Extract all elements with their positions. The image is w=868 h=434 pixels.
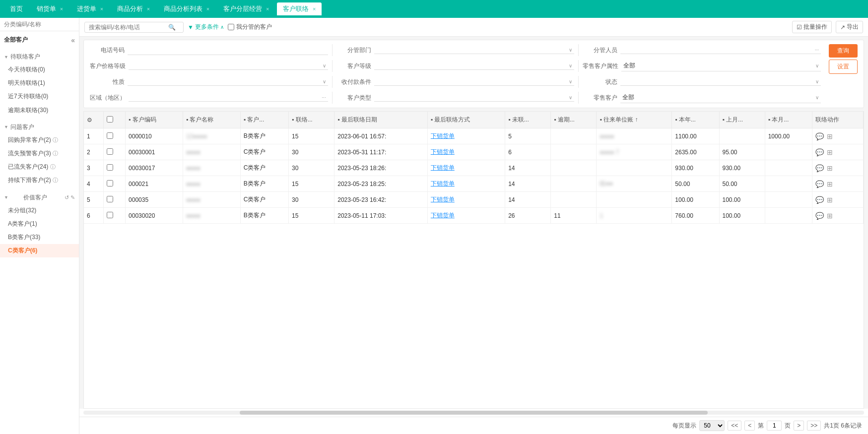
filter-price-grade-select[interactable]: ∨ bbox=[129, 62, 328, 70]
scroll-thumb[interactable] bbox=[240, 411, 708, 415]
search-input[interactable] bbox=[89, 24, 168, 31]
grid-icon[interactable]: ⊞ bbox=[827, 132, 833, 140]
my-customers-checkbox[interactable]: 我分管的客户 bbox=[228, 23, 272, 31]
cell-last-contact-method[interactable]: 下销货单 bbox=[427, 160, 505, 176]
group-problem-label[interactable]: 问题客户 bbox=[0, 121, 79, 133]
nav-product-analysis[interactable]: 商品分析 × bbox=[111, 2, 156, 15]
cell-checkbox[interactable] bbox=[104, 128, 126, 144]
cell-last-contact-method[interactable]: 下销货单 bbox=[427, 144, 505, 160]
grid-icon[interactable]: ⊞ bbox=[827, 148, 833, 156]
group-value-label[interactable]: 价值客户 ↺ ✎ bbox=[0, 191, 79, 204]
filter-status-select[interactable]: ∨ bbox=[620, 78, 821, 86]
col-last-month[interactable]: ▪ 上月... bbox=[719, 112, 765, 128]
filter-retail-customer-select[interactable]: 全部 ∨ bbox=[620, 92, 821, 103]
chat-icon[interactable]: 💬 bbox=[815, 212, 824, 220]
nav-sales-close[interactable]: × bbox=[60, 6, 63, 12]
sidebar-item-class-c[interactable]: C类客户(6) bbox=[0, 244, 79, 257]
cell-checkbox[interactable] bbox=[104, 208, 126, 224]
nav-customer-strat[interactable]: 客户分层经营 × bbox=[217, 2, 275, 15]
first-page-btn[interactable]: << bbox=[728, 421, 741, 431]
filter-phone-input[interactable] bbox=[128, 46, 328, 55]
grid-icon[interactable]: ⊞ bbox=[827, 164, 833, 172]
row-checkbox[interactable] bbox=[107, 164, 113, 171]
nav-purchase-close[interactable]: × bbox=[100, 6, 103, 12]
sidebar-item-class-a[interactable]: A类客户(1) bbox=[0, 217, 79, 231]
sidebar-item-decline[interactable]: 持续下滑客户(2) ⓘ bbox=[0, 174, 79, 187]
nav-product-list-close[interactable]: × bbox=[206, 6, 209, 12]
cell-checkbox[interactable] bbox=[104, 176, 126, 192]
chat-icon[interactable]: 💬 bbox=[815, 148, 824, 156]
chat-icon[interactable]: 💬 bbox=[815, 196, 824, 204]
col-last-contact-method[interactable]: ▪ 最后联络方式 bbox=[427, 112, 505, 128]
sidebar-item-repurchase-abnormal[interactable]: 回购异常客户(2) ⓘ bbox=[0, 133, 79, 147]
contact-method-link[interactable]: 下销货单 bbox=[431, 164, 455, 171]
prev-page-btn[interactable]: < bbox=[744, 421, 755, 431]
contact-method-link[interactable]: 下销货单 bbox=[431, 196, 455, 203]
filter-manager-select[interactable]: ··· bbox=[620, 46, 821, 54]
per-page-select[interactable]: 50 100 200 bbox=[699, 420, 725, 431]
cell-checkbox[interactable] bbox=[104, 144, 126, 160]
search-icon[interactable]: 🔍 bbox=[168, 24, 176, 31]
page-number-input[interactable] bbox=[767, 421, 782, 431]
settings-button[interactable]: 设置 bbox=[829, 60, 858, 74]
contact-method-link[interactable]: 下销货单 bbox=[431, 180, 455, 187]
contact-method-link[interactable]: 下销货单 bbox=[431, 212, 455, 219]
contact-method-link[interactable]: 下销货单 bbox=[431, 132, 455, 139]
row-checkbox[interactable] bbox=[107, 132, 113, 139]
grid-icon[interactable]: ⊞ bbox=[827, 196, 833, 204]
sidebar-item-class-b[interactable]: B类客户(33) bbox=[0, 231, 79, 244]
row-checkbox[interactable] bbox=[107, 212, 113, 218]
contact-method-link[interactable]: 下销货单 bbox=[431, 148, 455, 155]
filter-nature-select[interactable]: ∨ bbox=[128, 78, 328, 86]
batch-operations-btn[interactable]: ☑ 批量操作 bbox=[792, 21, 832, 33]
row-checkbox[interactable] bbox=[107, 196, 113, 202]
sidebar-item-overdue[interactable]: 逾期未联络(30) bbox=[0, 104, 79, 117]
cell-checkbox[interactable] bbox=[104, 192, 126, 208]
col-type[interactable]: ▪ 客户... bbox=[240, 112, 288, 128]
col-this-year[interactable]: ▪ 本年... bbox=[672, 112, 719, 128]
chat-icon[interactable]: 💬 bbox=[815, 180, 824, 188]
group-pending-label[interactable]: 待联络客户 bbox=[0, 51, 79, 63]
sidebar-item-losing[interactable]: 流失预警客户(3) ⓘ bbox=[0, 147, 79, 160]
chat-icon[interactable]: 💬 bbox=[815, 164, 824, 172]
nav-product-analysis-close[interactable]: × bbox=[147, 6, 150, 12]
sidebar-item-unclassified[interactable]: 未分组(32) bbox=[0, 204, 79, 217]
sidebar-search-input[interactable] bbox=[4, 21, 78, 28]
nav-customer-contact[interactable]: 客户联络 × bbox=[277, 2, 322, 15]
cell-last-contact-method[interactable]: 下销货单 bbox=[427, 176, 505, 192]
row-checkbox[interactable] bbox=[107, 180, 113, 186]
sidebar-item-7days[interactable]: 近7天待联络(0) bbox=[0, 90, 79, 103]
nav-home[interactable]: 首页 bbox=[4, 2, 29, 15]
filter-region-select[interactable]: ··· bbox=[129, 94, 328, 102]
filter-retail-attr-select[interactable]: 全部 ∨ bbox=[621, 61, 821, 71]
cell-checkbox[interactable] bbox=[104, 160, 126, 176]
filter-customer-grade-select[interactable]: ∨ bbox=[374, 62, 575, 70]
nav-purchase[interactable]: 进货单 × bbox=[71, 2, 109, 15]
sidebar-item-tomorrow[interactable]: 明天待联络(1) bbox=[0, 76, 79, 90]
row-checkbox[interactable] bbox=[107, 148, 113, 155]
my-customers-check[interactable] bbox=[228, 24, 234, 30]
all-customers-header[interactable]: 全部客户 « bbox=[0, 33, 79, 47]
col-name[interactable]: ▪ 客户名称 bbox=[183, 112, 240, 128]
col-code[interactable]: ▪ 客户编码 bbox=[126, 112, 183, 128]
col-last-contact-date[interactable]: ▪ 最后联络日期 bbox=[334, 112, 428, 128]
col-overdue[interactable]: ▪ 逾期... bbox=[551, 112, 597, 128]
cell-last-contact-method[interactable]: 下销货单 bbox=[427, 192, 505, 208]
last-page-btn[interactable]: >> bbox=[807, 421, 821, 431]
query-button[interactable]: 查询 bbox=[829, 44, 858, 58]
nav-customer-contact-close[interactable]: × bbox=[313, 6, 316, 12]
sidebar-item-lost[interactable]: 已流失客户(24) ⓘ bbox=[0, 160, 79, 174]
select-all-checkbox[interactable] bbox=[107, 116, 113, 123]
chat-icon[interactable]: 💬 bbox=[815, 132, 824, 140]
export-btn[interactable]: ↗ 导出 bbox=[836, 21, 863, 33]
col-this-month[interactable]: ▪ 本月... bbox=[765, 112, 812, 128]
more-conditions-btn[interactable]: ▼ 更多条件 ∧ bbox=[188, 23, 224, 31]
sidebar-item-today[interactable]: 今天待联络(0) bbox=[0, 63, 79, 76]
col-contact-days[interactable]: ▪ 联络... bbox=[289, 112, 334, 128]
col-unit-balance[interactable]: ▪ 往来单位账 ↑ bbox=[597, 112, 672, 128]
nav-customer-strat-close[interactable]: × bbox=[266, 6, 269, 12]
col-uncontacted[interactable]: ▪ 未联... bbox=[505, 112, 551, 128]
grid-icon[interactable]: ⊞ bbox=[827, 212, 833, 220]
col-settings[interactable]: ⚙ bbox=[84, 112, 104, 128]
cell-last-contact-method[interactable]: 下销货单 bbox=[427, 208, 505, 224]
